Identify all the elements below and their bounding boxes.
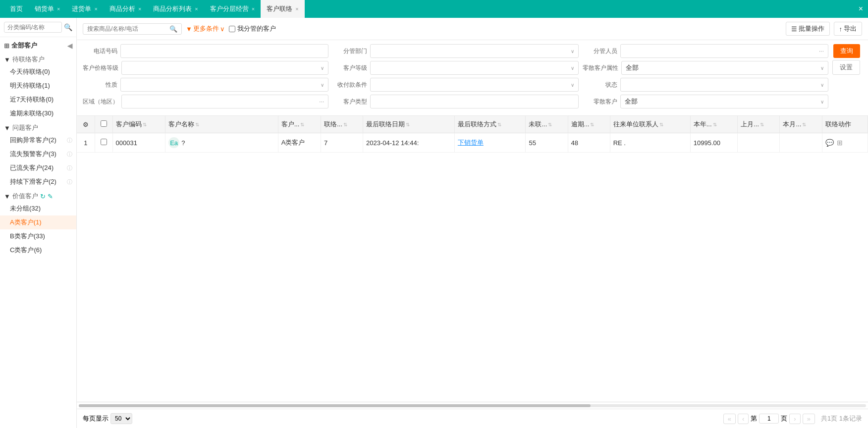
th-overdue[interactable]: 逾期... ⇅ — [568, 116, 610, 133]
nav-purchase-order[interactable]: 进货单 × — [66, 0, 103, 18]
first-page-btn[interactable]: « — [723, 414, 736, 424]
th-last-contact-date[interactable]: 最后联络日期 ⇅ — [363, 116, 455, 133]
close-all-tabs[interactable]: × — [859, 4, 863, 13]
th-last-contact-method[interactable]: 最后联络方式 ⇅ — [454, 116, 526, 133]
row-action: 💬 ⊞ — [822, 133, 868, 153]
sidebar-item-churned[interactable]: 已流失客户(24) ⓘ — [0, 161, 76, 175]
retail-customer-dropdown[interactable]: 全部 ∨ — [620, 95, 828, 108]
settings-gear-icon[interactable]: ⚙ — [83, 121, 89, 128]
customer-table: ⚙ 客户编码 ⇅ — [77, 116, 868, 153]
manager-more-btn[interactable]: ··· — [819, 48, 824, 54]
last-page-btn[interactable]: » — [803, 414, 815, 424]
th-name[interactable]: 客户名称 ⇅ — [165, 116, 278, 133]
status-dropdown[interactable]: ∨ — [620, 78, 828, 92]
price-level-dropdown[interactable]: ∨ — [121, 61, 328, 75]
sidebar-item-tomorrow-contact[interactable]: 明天待联络(1) — [0, 79, 76, 93]
action-more-icon[interactable]: ⊞ — [837, 139, 843, 147]
sidebar-collapse-btn[interactable]: ◀ — [67, 42, 72, 50]
customer-type-input[interactable] — [370, 95, 578, 108]
nav-product-analysis-list[interactable]: 商品分析列表 × — [147, 0, 204, 18]
sort-code-icon: ⇅ — [143, 122, 147, 127]
row-last-contact-method[interactable]: 下销货单 — [454, 133, 526, 153]
th-uncontacted[interactable]: 未联... ⇅ — [526, 116, 568, 133]
sidebar-item-c-class[interactable]: C类客户(6) — [0, 243, 76, 257]
th-contact-person[interactable]: 往来单位联系人 ⇅ — [610, 116, 690, 133]
sidebar: 🔍 ⊞ 全部客户 ◀ ▼ 待联络客户 今天待联络(0) 明天待联络(1) 近7天… — [0, 18, 77, 428]
nav-customer-contact[interactable]: 客户联络 × — [261, 0, 304, 18]
row-checkbox-cell[interactable] — [95, 133, 112, 153]
export-btn[interactable]: ↑ 导出 — [834, 22, 863, 36]
phone-input[interactable] — [120, 44, 328, 58]
row-overdue: 48 — [568, 133, 610, 153]
filter-search-input[interactable] — [87, 25, 169, 32]
scroll-track[interactable] — [79, 404, 866, 407]
manager-input[interactable]: ··· — [620, 44, 828, 58]
th-current-year[interactable]: 本年... ⇅ — [690, 116, 738, 133]
sidebar-search-icon[interactable]: 🔍 — [64, 23, 72, 31]
dept-dropdown[interactable]: ∨ — [370, 44, 578, 58]
section-value-customers[interactable]: ▼ 价值客户 ↻ ✎ — [0, 189, 76, 202]
close-customer-contact[interactable]: × — [295, 6, 298, 12]
th-code[interactable]: 客户编码 ⇅ — [112, 116, 165, 133]
sidebar-item-b-class[interactable]: B类客户(33) — [0, 229, 76, 243]
sidebar-item-overdue-contact[interactable]: 逾期未联络(30) — [0, 107, 76, 120]
nav-home[interactable]: 首页 — [4, 0, 29, 18]
sidebar-all-customers[interactable]: ⊞ 全部客户 ◀ — [0, 37, 76, 52]
sidebar-search-input[interactable] — [4, 22, 62, 33]
th-settings[interactable]: ⚙ — [77, 116, 95, 133]
close-customer-segmentation[interactable]: × — [252, 6, 255, 12]
close-sales-order[interactable]: × — [57, 6, 60, 12]
row-current-month — [780, 133, 822, 153]
batch-op-btn[interactable]: ☰ 批量操作 — [786, 22, 830, 36]
settings-btn[interactable]: 设置 — [832, 60, 860, 75]
section-pending-contact[interactable]: ▼ 待联络客户 — [0, 52, 76, 65]
refresh-icon[interactable]: ↻ — [40, 193, 46, 200]
th-contact-count[interactable]: 联络... ⇅ — [321, 116, 363, 133]
next-page-btn[interactable]: › — [789, 414, 800, 424]
section-problem-customers[interactable]: ▼ 问题客户 — [0, 120, 76, 133]
sidebar-item-today-contact[interactable]: 今天待联络(0) — [0, 65, 76, 79]
edit-icon[interactable]: ✎ — [48, 193, 53, 200]
region-input[interactable]: ··· — [121, 95, 328, 108]
sidebar-item-repurchase-abnormal[interactable]: 回购异常客户(2) ⓘ — [0, 133, 76, 147]
customer-level-dropdown[interactable]: ∨ — [370, 61, 578, 75]
page-number-input[interactable] — [759, 414, 779, 424]
nav-sales-order[interactable]: 销货单 × — [29, 0, 66, 18]
query-btn-area: 查询 设置 — [832, 44, 862, 111]
row-checkbox[interactable] — [101, 139, 107, 145]
nav-product-analysis[interactable]: 商品分析 × — [104, 0, 147, 18]
th-checkbox[interactable] — [95, 116, 112, 133]
nature-dropdown[interactable]: ∨ — [120, 78, 328, 92]
more-filters-btn[interactable]: ▼ 更多条件 ∨ — [186, 24, 225, 33]
query-btn[interactable]: 查询 — [833, 44, 860, 58]
sidebar-item-a-class[interactable]: A类客户(1) — [0, 215, 76, 229]
sidebar-item-ungrouped[interactable]: 未分组(32) — [0, 202, 76, 215]
retail-attr-dropdown[interactable]: 全部 ∨ — [621, 61, 828, 75]
page-size-dropdown[interactable]: 50 — [110, 413, 132, 424]
select-all-checkbox[interactable] — [101, 120, 107, 127]
sidebar-item-declining[interactable]: 持续下滑客户(2) ⓘ — [0, 175, 76, 189]
dept-label: 分管部门 — [332, 47, 367, 55]
name-avatar: Ea — [168, 137, 179, 148]
scroll-thumb[interactable] — [79, 404, 591, 407]
payment-dropdown[interactable]: ∨ — [370, 78, 578, 92]
prev-page-btn[interactable]: ‹ — [738, 414, 749, 424]
th-last-month[interactable]: 上月... ⇅ — [738, 116, 780, 133]
filter-search-icon[interactable]: 🔍 — [169, 25, 177, 33]
my-customers-checkbox-label[interactable]: 我分管的客户 — [229, 24, 276, 33]
table-header-row: ⚙ 客户编码 ⇅ — [77, 116, 868, 133]
my-customers-checkbox[interactable] — [229, 26, 235, 32]
sidebar-item-7days-contact[interactable]: 近7天待联络(0) — [0, 93, 76, 107]
scrollbar-area[interactable] — [77, 402, 868, 409]
close-purchase-order[interactable]: × — [94, 6, 97, 12]
page-size-select: 每页显示 50 — [83, 413, 132, 424]
close-product-analysis-list[interactable]: × — [195, 6, 198, 12]
close-product-analysis[interactable]: × — [138, 6, 141, 12]
sidebar-item-churn-warning[interactable]: 流失预警客户(3) ⓘ — [0, 147, 76, 161]
main-layout: 🔍 ⊞ 全部客户 ◀ ▼ 待联络客户 今天待联络(0) 明天待联络(1) 近7天… — [0, 18, 868, 428]
region-more-btn[interactable]: ··· — [319, 98, 324, 105]
nav-customer-segmentation[interactable]: 客户分层经营 × — [204, 0, 261, 18]
th-current-month[interactable]: 本月... ⇅ — [780, 116, 822, 133]
action-message-icon[interactable]: 💬 — [825, 139, 834, 147]
th-level[interactable]: 客户... ⇅ — [278, 116, 321, 133]
